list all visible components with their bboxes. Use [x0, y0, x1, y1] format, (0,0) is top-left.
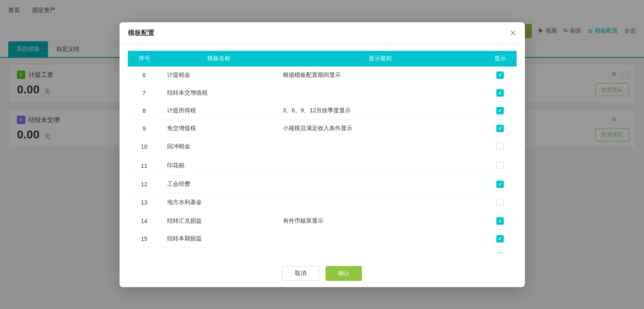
modal-close-button[interactable]: ✕	[510, 29, 517, 37]
checkbox-15[interactable]	[496, 235, 504, 242]
row-name: 结转本期损益	[161, 230, 277, 247]
table-row: 15结转本期损益	[128, 230, 517, 247]
row-rule: 3、6、9、12月按季度显示	[277, 102, 484, 119]
checkbox-13[interactable]	[496, 198, 504, 206]
col-header-name: 模板名称	[161, 51, 277, 67]
row-check[interactable]	[484, 247, 517, 253]
checkbox-6[interactable]	[496, 71, 504, 79]
row-id: 8	[128, 102, 161, 119]
checkbox-11[interactable]	[496, 162, 504, 169]
table-row: 7结转未交增值税	[128, 84, 517, 102]
checkbox-16[interactable]	[496, 253, 504, 253]
row-name: 回冲税金	[161, 137, 277, 156]
modal-footer: 取消 确认	[120, 259, 525, 287]
row-check[interactable]	[484, 193, 517, 212]
row-id: 6	[128, 67, 161, 84]
row-rule: 根据模板配置期间显示	[277, 67, 484, 84]
checkbox-7[interactable]	[496, 89, 504, 97]
row-rule: 有外币核算显示	[277, 212, 484, 230]
row-check[interactable]	[484, 67, 517, 84]
row-rule	[277, 230, 484, 247]
col-header-rule: 显示规则	[277, 51, 484, 67]
row-name: 地方水利基金	[161, 193, 277, 212]
row-id: 7	[128, 84, 161, 102]
row-check[interactable]	[484, 119, 517, 137]
table-row: 8计提所得税3、6、9、12月按季度显示	[128, 102, 517, 119]
col-header-display: 显示	[484, 51, 517, 67]
checkbox-8[interactable]	[496, 107, 504, 114]
row-rule	[277, 137, 484, 156]
row-id: 13	[128, 193, 161, 212]
row-id: 11	[128, 156, 161, 175]
table-row: 11印花税	[128, 156, 517, 175]
row-id: 9	[128, 119, 161, 137]
table-row: 13地方水利基金	[128, 193, 517, 212]
modal-body: 序号 模板名称 显示规则 显示 6计提税金根据模板配置期间显示7结转未交增值税8…	[120, 45, 525, 259]
modal-header: 模板配置 ✕	[120, 22, 525, 45]
modal-overlay: 模板配置 ✕ 序号 模板名称 显示规则 显示 6	[0, 0, 644, 309]
table-body: 6计提税金根据模板配置期间显示7结转未交增值税8计提所得税3、6、9、12月按季…	[128, 67, 517, 253]
template-config-modal: 模板配置 ✕ 序号 模板名称 显示规则 显示 6	[120, 22, 525, 287]
table-row: 10回冲税金	[128, 137, 517, 156]
table-row: 14结转汇兑损益有外币核算显示	[128, 212, 517, 230]
config-table: 序号 模板名称 显示规则 显示 6计提税金根据模板配置期间显示7结转未交增值税8…	[128, 51, 517, 253]
row-name: 免交增值税	[161, 119, 277, 137]
row-id: 12	[128, 175, 161, 193]
row-name: 结转未分配利润	[161, 247, 277, 253]
row-rule	[277, 84, 484, 102]
row-rule: 小规模且满足收入条件显示	[277, 119, 484, 137]
row-id: 14	[128, 212, 161, 230]
row-name: 结转汇兑损益	[161, 212, 277, 230]
row-id: 10	[128, 137, 161, 156]
confirm-button[interactable]: 确认	[326, 266, 362, 281]
table-row: 9免交增值税小规模且满足收入条件显示	[128, 119, 517, 137]
row-rule	[277, 175, 484, 193]
row-rule: 12月份显示	[277, 247, 484, 253]
row-check[interactable]	[484, 137, 517, 156]
col-header-id: 序号	[128, 51, 161, 67]
modal-title: 模板配置	[128, 29, 154, 38]
table-wrapper[interactable]: 序号 模板名称 显示规则 显示 6计提税金根据模板配置期间显示7结转未交增值税8…	[128, 51, 517, 253]
row-rule	[277, 156, 484, 175]
table-header-row: 序号 模板名称 显示规则 显示	[128, 51, 517, 67]
checkbox-10[interactable]	[496, 143, 504, 150]
table-row: 12工会经费	[128, 175, 517, 193]
row-check[interactable]	[484, 212, 517, 230]
row-check[interactable]	[484, 84, 517, 102]
row-name: 结转未交增值税	[161, 84, 277, 102]
row-check[interactable]	[484, 230, 517, 247]
table-row: 6计提税金根据模板配置期间显示	[128, 67, 517, 84]
row-id: 16	[128, 247, 161, 253]
row-name: 印花税	[161, 156, 277, 175]
row-check[interactable]	[484, 102, 517, 119]
row-name: 计提所得税	[161, 102, 277, 119]
cancel-button[interactable]: 取消	[282, 266, 319, 281]
row-check[interactable]	[484, 156, 517, 175]
checkbox-12[interactable]	[496, 181, 504, 188]
row-name: 工会经费	[161, 175, 277, 193]
checkbox-14[interactable]	[496, 217, 504, 225]
checkbox-9[interactable]	[496, 125, 504, 132]
row-check[interactable]	[484, 175, 517, 193]
row-rule	[277, 193, 484, 212]
row-id: 15	[128, 230, 161, 247]
table-row: 16结转未分配利润12月份显示	[128, 247, 517, 253]
row-name: 计提税金	[161, 67, 277, 84]
